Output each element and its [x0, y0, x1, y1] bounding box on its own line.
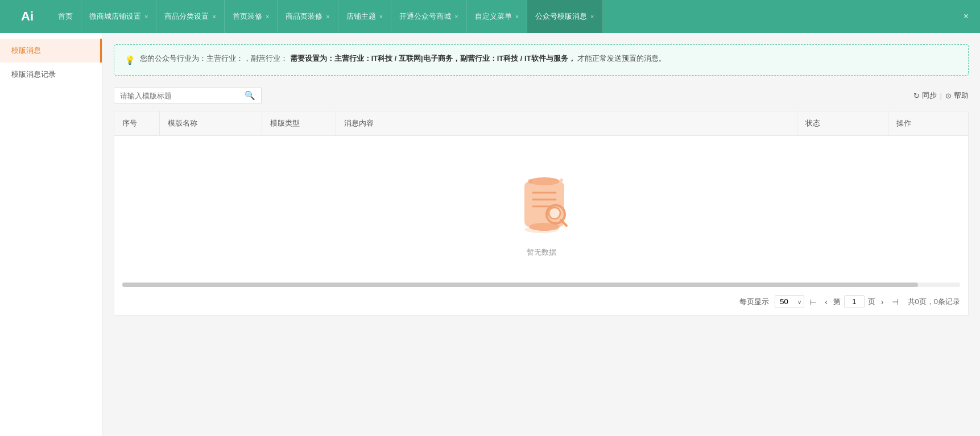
close-tab-5[interactable]: ×	[379, 13, 383, 20]
sync-button[interactable]: ↻ 同步	[913, 90, 937, 101]
nav-tab-store-theme[interactable]: 店铺主题 ×	[338, 0, 391, 33]
page-number-input[interactable]	[844, 295, 865, 308]
svg-point-1	[529, 177, 560, 185]
search-input-wrap: 🔍	[114, 87, 262, 104]
svg-point-7	[549, 207, 560, 219]
nav-tab-custom-menu[interactable]: 自定义菜单 ×	[467, 0, 527, 33]
help-button[interactable]: ⊙ 帮助	[945, 90, 969, 101]
page-label: 页	[868, 297, 875, 307]
close-tab-8[interactable]: ×	[590, 13, 594, 20]
scroll-thumb[interactable]	[122, 283, 918, 287]
page-size-select-wrap: 10 20 50 100	[775, 295, 804, 308]
divider: |	[940, 92, 942, 100]
nav-tabs: 首页 微商城店铺设置 × 商品分类设置 × 首页装修 × 商品页装修 × 店铺主…	[50, 0, 957, 33]
close-tab-7[interactable]: ×	[515, 13, 519, 20]
page-total: 共0页，0条记录	[908, 297, 960, 307]
col-header-name: 模版名称	[160, 111, 262, 135]
main-layout: 模版消息 模版消息记录 💡 您的公众号行业为：主营行业：，副营行业： 需要设置为…	[0, 33, 980, 436]
help-icon: ⊙	[945, 92, 952, 100]
top-nav-bar: Ai 首页 微商城店铺设置 × 商品分类设置 × 首页装修 × 商品页装修 × …	[0, 0, 980, 33]
last-page-button[interactable]: ⊣	[890, 296, 901, 308]
search-button[interactable]: 🔍	[245, 90, 255, 101]
prev-page-button[interactable]: ‹	[822, 296, 830, 308]
col-header-action: 操作	[888, 111, 968, 135]
col-header-status: 状态	[797, 111, 888, 135]
nav-tab-template-msg[interactable]: 公众号模版消息 ×	[527, 0, 602, 33]
col-header-index: 序号	[114, 111, 160, 135]
first-page-button[interactable]: ⊢	[808, 296, 819, 308]
sidebar: 模版消息 模版消息记录	[0, 33, 102, 436]
scroll-track[interactable]	[122, 283, 960, 287]
notice-banner: 💡 您的公众号行业为：主营行业：，副营行业： 需要设置为：主营行业：IT科技 /…	[114, 44, 969, 76]
empty-text: 暂无数据	[527, 247, 556, 258]
page-size-label: 每页显示	[739, 297, 769, 307]
data-table: 序号 模版名称 模版类型 消息内容 状态 操作	[114, 111, 969, 315]
sync-icon: ↻	[913, 92, 920, 100]
close-tab-4[interactable]: ×	[326, 13, 329, 20]
search-icon: 🔍	[245, 90, 255, 100]
close-tab-1[interactable]: ×	[144, 13, 148, 20]
search-bar: 🔍 ↻ 同步 | ⊙ 帮助	[114, 87, 969, 104]
content-area: 💡 您的公众号行业为：主营行业：，副营行业： 需要设置为：主营行业：IT科技 /…	[102, 33, 980, 436]
close-tab-6[interactable]: ×	[454, 13, 458, 20]
empty-illustration	[507, 170, 576, 238]
next-page-button[interactable]: ›	[879, 296, 886, 308]
table-header: 序号 模版名称 模版类型 消息内容 状态 操作	[114, 111, 968, 136]
col-header-type: 模版类型	[262, 111, 336, 135]
pagination: 每页显示 10 20 50 100 ⊢ ‹ 第 页 › ⊣ 共0页，0条记录	[114, 289, 968, 315]
global-close-button[interactable]: ×	[957, 11, 975, 22]
di-label: 第	[833, 297, 841, 307]
notice-text: 您的公众号行业为：主营行业：，副营行业： 需要设置为：主营行业：IT科技 / 互…	[140, 53, 666, 65]
nav-tab-home-decor[interactable]: 首页装修 ×	[225, 0, 278, 33]
col-header-content: 消息内容	[336, 111, 797, 135]
page-size-select[interactable]: 10 20 50 100	[775, 295, 804, 308]
svg-point-10	[560, 178, 563, 182]
nav-tab-category[interactable]: 商品分类设置 ×	[156, 0, 224, 33]
search-input[interactable]	[120, 92, 245, 100]
empty-state: 暂无数据	[114, 136, 968, 280]
nav-tab-product-decor[interactable]: 商品页装修 ×	[278, 0, 338, 33]
close-tab-2[interactable]: ×	[212, 13, 216, 20]
sidebar-item-template-msg[interactable]: 模版消息	[0, 39, 102, 63]
notice-icon: 💡	[125, 53, 135, 67]
app-logo: Ai	[5, 0, 50, 33]
close-tab-3[interactable]: ×	[266, 13, 269, 20]
nav-tab-open-wechat-mall[interactable]: 开通公众号商城 ×	[391, 0, 466, 33]
sidebar-item-template-msg-records[interactable]: 模版消息记录	[0, 63, 102, 86]
nav-tab-shop-settings[interactable]: 微商城店铺设置 ×	[81, 0, 156, 33]
nav-tab-home[interactable]: 首页	[50, 0, 81, 33]
toolbar-right: ↻ 同步 | ⊙ 帮助	[913, 90, 969, 101]
svg-point-9	[528, 179, 532, 184]
